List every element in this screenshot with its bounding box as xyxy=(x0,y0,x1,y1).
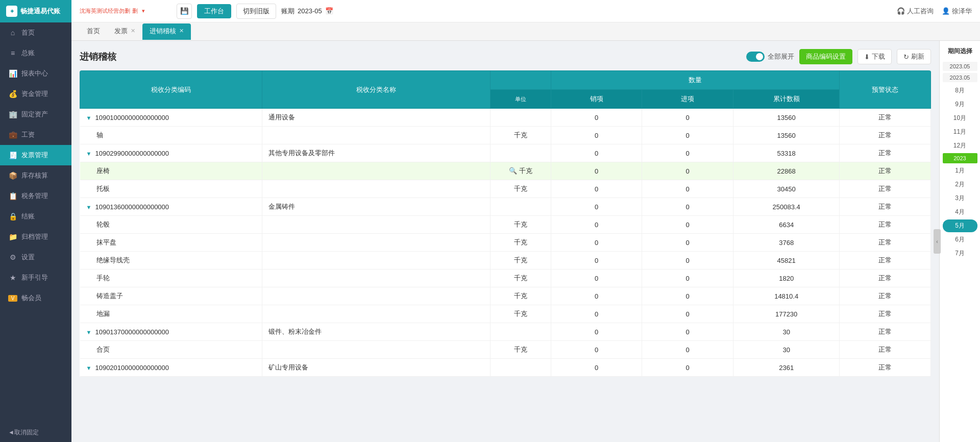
period-month-item[interactable]: 9月 xyxy=(943,98,977,111)
cell-name: 金属铸件 xyxy=(262,198,491,216)
sidebar-item-guide[interactable]: ★ 新手引导 xyxy=(0,267,71,288)
period-month-item[interactable]: 1月 xyxy=(943,164,977,177)
cell-code[interactable]: ▼ 10902010000000000000 xyxy=(80,359,262,377)
cell-status: 正常 xyxy=(840,216,931,234)
cell-status: 正常 xyxy=(840,341,931,359)
sidebar-item-member[interactable]: V 畅会员 xyxy=(0,288,71,308)
assets-icon: 🏢 xyxy=(8,110,17,118)
expand-toggle[interactable] xyxy=(746,52,765,62)
sidebar-item-home[interactable]: ⌂ 首页 xyxy=(0,22,71,43)
sidebar-item-ledger[interactable]: ≡ 总账 xyxy=(0,43,71,63)
cell-total: 14810.4 xyxy=(733,287,839,305)
cell-total: 53318 xyxy=(733,144,839,162)
cell-name xyxy=(262,305,491,323)
period-month-item[interactable]: 7月 xyxy=(943,247,977,260)
sidebar-item-settings[interactable]: ⚙ 设置 xyxy=(0,247,71,267)
sidebar-unpin[interactable]: ◄取消固定 xyxy=(0,423,71,442)
period-month-item[interactable]: 5月 xyxy=(943,219,977,232)
topbar-right: 🎧 人工咨询 👤 徐泽华 xyxy=(897,7,972,16)
user-label: 徐泽华 xyxy=(952,7,972,16)
download-label: 下载 xyxy=(872,52,885,61)
refresh-button[interactable]: ↻ 刷新 xyxy=(897,49,931,64)
expand-icon[interactable]: ▼ xyxy=(86,329,93,335)
table-row: ▼ 10901000000000000000通用设备0013560正常 xyxy=(80,109,931,127)
cell-purchase: 0 xyxy=(642,162,733,180)
cell-code[interactable]: ▼ 10901360000000000000 xyxy=(80,198,262,216)
download-button[interactable]: ⬇ 下载 xyxy=(857,49,892,64)
sidebar-item-inventory[interactable]: 📦 库存核算 xyxy=(0,165,71,186)
cell-status: 正常 xyxy=(840,162,931,180)
table-row: ▼ 10902990000000000000其他专用设备及零部件0053318正… xyxy=(80,144,931,162)
sidebar-item-assets[interactable]: 🏢 固定资产 xyxy=(0,104,71,125)
period-selector[interactable]: 账期 2023-05 📅 xyxy=(281,7,333,16)
tab-reconcile-close[interactable]: ✕ xyxy=(179,28,184,34)
cell-code: 抹平盘 xyxy=(80,234,262,252)
table-row: 抹平盘千克003768正常 xyxy=(80,234,931,252)
period-month-item[interactable]: 10月 xyxy=(943,112,977,125)
expand-icon[interactable]: ▼ xyxy=(86,115,93,121)
period-month-item[interactable]: 2月 xyxy=(943,178,977,191)
sidebar-item-label: 首页 xyxy=(21,28,35,37)
cell-code[interactable]: ▼ 10901000000000000000 xyxy=(80,109,262,127)
tab-home[interactable]: 首页 xyxy=(80,23,107,40)
cell-name xyxy=(262,234,491,252)
period-year-row2: 2023.05 xyxy=(943,73,977,82)
cell-unit xyxy=(490,359,551,377)
sidebar-item-label: 资金管理 xyxy=(21,89,48,99)
sidebar-item-payroll[interactable]: 💼 工资 xyxy=(0,125,71,145)
period-month-item[interactable]: 4月 xyxy=(943,206,977,218)
period-month-item[interactable]: 6月 xyxy=(943,233,977,246)
refresh-label: 刷新 xyxy=(911,52,924,61)
panel-toggle[interactable]: ‹ xyxy=(934,229,941,254)
company-selector[interactable]: 沈海英测试经营勿删 删 ▾ xyxy=(80,7,172,15)
product-code-button[interactable]: 商品编码设置 xyxy=(799,49,852,64)
ledger-icon: ≡ xyxy=(8,49,17,57)
sidebar-item-archive[interactable]: 📁 归档管理 xyxy=(0,227,71,247)
tab-reconcile[interactable]: 进销稽核 ✕ xyxy=(142,23,191,40)
cell-name: 其他专用设备及零部件 xyxy=(262,144,491,162)
support-link[interactable]: 🎧 人工咨询 xyxy=(897,7,934,16)
cell-sales: 0 xyxy=(551,287,642,305)
cell-name: 通用设备 xyxy=(262,109,491,127)
expand-icon[interactable]: ▼ xyxy=(86,204,93,210)
period-value: 2023-05 xyxy=(298,7,322,15)
sidebar-item-label: 工资 xyxy=(21,130,35,139)
reconcile-table: 税收分类编码 税收分类名称 数量 预警状态 单位 销项 进项 累计数额 xyxy=(80,70,931,377)
period-month-item[interactable]: 3月 xyxy=(943,192,977,205)
tab-invoice-close[interactable]: ✕ xyxy=(131,28,135,34)
cell-purchase: 0 xyxy=(642,252,733,269)
cell-purchase: 0 xyxy=(642,269,733,287)
sidebar-item-label: 设置 xyxy=(21,253,35,262)
save-button[interactable]: 💾 xyxy=(177,4,192,19)
sidebar-item-funds[interactable]: 💰 资金管理 xyxy=(0,84,71,104)
table-row: 手轮千克001820正常 xyxy=(80,269,931,287)
user-menu[interactable]: 👤 徐泽华 xyxy=(942,7,972,16)
cell-code[interactable]: ▼ 10902990000000000000 xyxy=(80,144,262,162)
data-table-wrap: 税收分类编码 税收分类名称 数量 预警状态 单位 销项 进项 累计数额 xyxy=(80,70,931,434)
tabs-bar: 首页 发票 ✕ 进销稽核 ✕ xyxy=(71,22,980,41)
tab-invoice[interactable]: 发票 ✕ xyxy=(107,23,142,40)
expand-icon[interactable]: ▼ xyxy=(86,365,93,371)
cell-total: 30 xyxy=(733,341,839,359)
sidebar-item-closing[interactable]: 🔒 结账 xyxy=(0,206,71,227)
cell-purchase: 0 xyxy=(642,216,733,234)
cell-unit: 千克 xyxy=(490,269,551,287)
cell-sales: 0 xyxy=(551,269,642,287)
payroll-icon: 💼 xyxy=(8,131,17,139)
sidebar-item-invoices[interactable]: 🧾 发票管理 xyxy=(0,145,71,165)
download-icon: ⬇ xyxy=(864,53,870,61)
legacy-button[interactable]: 切到旧版 xyxy=(236,4,276,19)
sidebar-item-reports[interactable]: 📊 报表中心 xyxy=(0,63,71,84)
period-month-item[interactable]: 12月 xyxy=(943,139,977,152)
app-logo: ✦ 畅捷通易代账 xyxy=(0,0,71,22)
period-month-item[interactable]: 11月 xyxy=(943,126,977,138)
cell-status: 正常 xyxy=(840,109,931,127)
period-month-item[interactable]: 8月 xyxy=(943,84,977,97)
workbench-button[interactable]: 工作台 xyxy=(197,4,231,18)
period-year-label[interactable]: 2023 xyxy=(943,153,977,163)
search-icon[interactable]: 🔍 xyxy=(509,167,517,175)
unpin-label: ◄取消固定 xyxy=(8,428,39,437)
expand-icon[interactable]: ▼ xyxy=(86,151,93,157)
sidebar-item-tax[interactable]: 📋 税务管理 xyxy=(0,186,71,206)
cell-code[interactable]: ▼ 10901370000000000000 xyxy=(80,323,262,341)
